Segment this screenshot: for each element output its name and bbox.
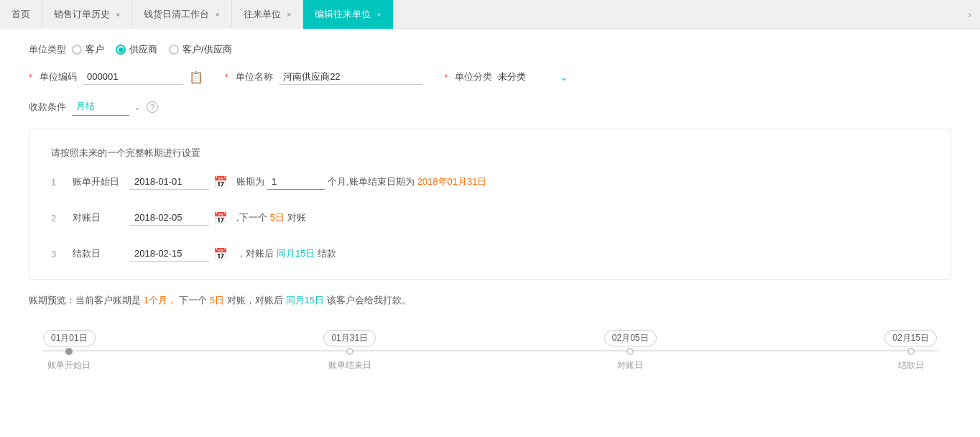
tabs-bar: 首页 销售订单历史 × 钱货日清工作台 × 往来单位 × 编辑往来单位 × › [0,0,980,29]
unit-type-field: 单位类型 客户 供应商 客户/供应商 [29,43,232,56]
period-end-date-highlight: 2018年01月31日 [417,175,487,188]
period-num-2: 2 [51,213,73,224]
preview-highlight-2: 5日 [210,295,224,305]
preview-text: 账期预览：当前客户账期是 1个月， 下一个 5日 对账，对账后 同月15日 该客… [29,293,951,308]
period-desc-prefix-1: 账期为 [236,175,264,188]
period-calendar-icon-2[interactable]: 📅 [213,211,228,225]
unit-name-label: 单位名称 [236,70,273,83]
period-title: 请按照未来的一个完整帐期进行设置 [51,147,929,160]
unit-info-row: * 单位编码 📋 * 单位名称 * 单位分类 未分类 ⌄ [29,69,951,85]
period-row-3: 3 结款日 📅 ，对账后 同月15日 结款 [51,246,929,262]
timeline-badge-3: 02月05日 [604,330,657,346]
timeline-dot-4 [907,348,915,355]
unit-category-required: * [444,72,448,83]
period-months-input[interactable] [267,174,325,190]
unit-code-copy-icon[interactable]: 📋 [189,70,203,84]
period-desc-3: ，对账后 同月15日 结款 [236,247,336,260]
period-calendar-icon-1[interactable]: 📅 [213,175,228,189]
period-desc-prefix-3: ，对账后 [236,247,274,260]
radio-both-circle [169,45,179,55]
timeline-dot-3 [627,348,634,355]
period-calendar-icon-3[interactable]: 📅 [213,247,228,261]
unit-type-row: 单位类型 客户 供应商 客户/供应商 [29,43,951,56]
period-date-input-1[interactable] [130,174,209,190]
payment-terms-help-icon[interactable]: ? [147,101,158,113]
period-label-3: 结款日 [73,247,130,260]
payment-terms-label: 收款条件 [29,101,66,114]
preview-highlight-3: 同月15日 [286,295,324,305]
preview-prefix: 账期预览：当前客户账期是 [29,295,141,305]
radio-customer-circle [72,45,82,55]
unit-category-value: 未分类 [498,70,555,83]
radio-customer-label: 客户 [85,43,104,56]
tab-edit-partner[interactable]: 编辑往来单位 × [303,0,393,29]
unit-name-required: * [225,72,228,83]
unit-code-input[interactable] [83,69,183,85]
period-desc-suffix-3: 结款 [318,247,336,260]
timeline-sub-1: 账单开始日 [47,359,91,372]
close-sales-history-icon[interactable]: × [116,10,120,19]
preview-highlight-1: 1个月， [144,295,177,305]
unit-category-label: 单位分类 [455,70,492,83]
payment-terms-chevron-icon[interactable]: ⌄ [134,102,141,112]
payment-terms-value: 月结 [72,98,129,116]
close-partner-icon[interactable]: × [287,10,291,19]
timeline-sub-2: 账单结束日 [328,359,371,372]
period-row-2: 2 对账日 📅 ,下一个 5日 对账 [51,210,929,226]
period-desc-2: ,下一个 5日 对账 [236,211,306,224]
tab-home[interactable]: 首页 [0,0,42,29]
timeline-badge-2: 01月31日 [323,330,376,346]
timeline-point-1: 01月01日 账单开始日 [43,330,96,372]
close-cash-work-icon[interactable]: × [215,10,219,19]
radio-supplier-label: 供应商 [129,43,157,56]
period-box: 请按照未来的一个完整帐期进行设置 1 账单开始日 📅 账期为 个月,账单结束日期… [29,129,951,280]
period-label-2: 对账日 [73,211,130,224]
tab-partner[interactable]: 往来单位 × [232,0,303,29]
close-edit-partner-icon[interactable]: × [376,10,381,19]
period-row-1: 1 账单开始日 📅 账期为 个月,账单结束日期为 2018年01月31日 [51,174,929,190]
unit-category-field: * 单位分类 未分类 ⌄ [444,70,568,83]
period-payment-day-highlight: 同月15日 [277,247,315,260]
unit-name-field: * 单位名称 [225,69,422,85]
category-chevron-icon[interactable]: ⌄ [560,71,568,83]
radio-both[interactable]: 客户/供应商 [169,43,232,56]
period-reconcile-day-highlight: 5日 [270,211,285,224]
unit-name-input[interactable] [279,69,422,85]
period-desc-prefix-2: ,下一个 [236,211,267,224]
period-num-1: 1 [51,177,73,188]
timeline-sub-3: 对账日 [617,359,643,372]
payment-terms-field: 收款条件 月结 ⌄ ? [29,98,158,116]
timeline-dot-1 [65,348,73,355]
period-desc-1: 账期为 个月,账单结束日期为 2018年01月31日 [236,174,486,190]
timeline-sub-4: 结款日 [898,359,924,372]
unit-category-select[interactable]: 未分类 ⌄ [498,70,568,83]
unit-code-field: * 单位编码 📋 [29,69,203,85]
period-num-3: 3 [51,249,73,259]
period-label-1: 账单开始日 [73,175,130,188]
radio-supplier[interactable]: 供应商 [116,43,157,56]
unit-type-label: 单位类型 [29,43,66,56]
timeline-point-2: 01月31日 账单结束日 [323,330,376,372]
unit-code-required: * [29,72,32,83]
page-content: 单位类型 客户 供应商 客户/供应商 * 单位编码 [0,29,980,437]
radio-supplier-circle [116,45,126,55]
period-desc-suffix-2: 对账 [287,211,306,224]
timeline-badge-1: 01月01日 [43,330,96,346]
timeline-point-3: 02月05日 对账日 [604,330,657,372]
period-date-input-3[interactable] [130,246,209,262]
tab-cash-work[interactable]: 钱货日清工作台 × [132,0,231,29]
radio-customer[interactable]: 客户 [72,43,104,56]
period-date-input-2[interactable] [130,210,209,226]
preview-middle: 下一个 [179,295,207,305]
period-desc-middle-1: 个月,账单结束日期为 [328,175,415,188]
tabs-scroll-right-icon[interactable]: › [959,9,980,20]
payment-terms-select[interactable]: 月结 ⌄ [72,98,141,116]
unit-code-label: 单位编码 [40,70,77,83]
unit-type-radio-group: 客户 供应商 客户/供应商 [72,43,232,56]
payment-terms-row: 收款条件 月结 ⌄ ? [29,98,951,116]
timeline-dot-2 [346,348,353,355]
tab-sales-history[interactable]: 销售订单历史 × [42,0,132,29]
timeline-badge-4: 02月15日 [884,330,937,346]
preview-after-2: 该客户会给我打款。 [327,295,411,305]
radio-both-label: 客户/供应商 [182,43,232,56]
